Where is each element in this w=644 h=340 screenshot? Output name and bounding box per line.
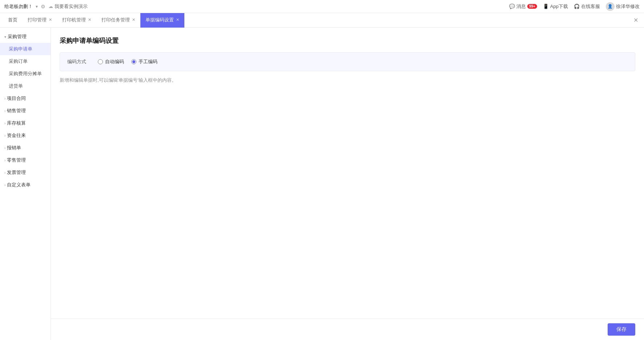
- demo-text: 我要看实例演示: [55, 3, 88, 10]
- online-service-button[interactable]: 🎧 在线客服: [574, 3, 600, 10]
- message-badge: 99+: [527, 4, 537, 9]
- sidebar-item-stock-in[interactable]: 进货单: [0, 80, 51, 92]
- content-footer: 保存: [51, 319, 644, 340]
- dropdown-arrow-icon[interactable]: ▾: [36, 4, 38, 9]
- hint-text: 新增和编辑单据时,可以编辑'单据编号'输入框中的内容。: [60, 77, 635, 84]
- tab-printer-mgmt-label: 打印机管理: [62, 17, 86, 23]
- radio-manual-code-input[interactable]: [131, 59, 136, 64]
- sidebar-group-purchase-mgmt[interactable]: ▾ 采购管理: [0, 31, 51, 43]
- sidebar-group-retail-mgmt-label: 零售管理: [7, 157, 26, 163]
- content-area: 采购申请单编码设置 编码方式 自动编码 手工编码: [51, 28, 644, 340]
- sidebar-group-capital-label: 资金往来: [7, 132, 26, 139]
- sidebar-group-purchase-mgmt-label: 采购管理: [8, 33, 27, 40]
- sidebar-group-custom-forms-label: 自定义表单: [7, 182, 31, 188]
- sidebar-group-returns-label: 报销单: [7, 145, 21, 151]
- demo-link[interactable]: ☁ 我要看实例演示: [48, 3, 88, 10]
- user-menu[interactable]: 👤 徐泽华修改: [606, 2, 640, 11]
- sidebar-group-retail-mgmt[interactable]: › 零售管理: [0, 154, 51, 166]
- message-button[interactable]: 💬 消息 99+: [509, 3, 537, 10]
- radio-auto-code-input[interactable]: [98, 59, 103, 64]
- coding-method-label: 编码方式: [67, 58, 86, 65]
- tab-print-mgmt[interactable]: 打印管理 ✕: [23, 13, 57, 28]
- settings-row: 编码方式 自动编码 手工编码: [67, 58, 628, 65]
- sidebar: ▾ 采购管理 采购申请单 采购订单 采购费用分摊单 进货单 › 项目合同 › 销…: [0, 28, 51, 340]
- main-layout: ▾ 采购管理 采购申请单 采购订单 采购费用分摊单 进货单 › 项目合同 › 销…: [0, 28, 644, 340]
- tab-home-label: 首页: [8, 17, 17, 23]
- gear-icon[interactable]: ⚙: [41, 4, 45, 9]
- sidebar-group-returns[interactable]: › 报销单: [0, 142, 51, 154]
- avatar: 👤: [606, 2, 615, 11]
- radio-auto-code[interactable]: 自动编码: [98, 58, 124, 65]
- top-bar-title: 给老板勿删！: [4, 3, 33, 10]
- chevron-right-icon-2: ›: [4, 109, 5, 113]
- cloud-icon: ☁: [48, 4, 53, 9]
- tab-barcode-settings-close[interactable]: ✕: [176, 17, 179, 22]
- tab-printer-mgmt[interactable]: 打印机管理 ✕: [57, 13, 96, 28]
- headset-icon: 🎧: [574, 4, 580, 9]
- tab-print-mgmt-label: 打印管理: [28, 17, 47, 23]
- chevron-right-icon-4: ›: [4, 134, 5, 138]
- radio-auto-code-label: 自动编码: [105, 58, 124, 65]
- tab-print-task-mgmt-label: 打印任务管理: [101, 17, 130, 23]
- tab-bar-close-all[interactable]: ✕: [631, 17, 641, 24]
- chevron-right-icon-7: ›: [4, 171, 5, 175]
- sidebar-group-invoice-mgmt[interactable]: › 发票管理: [0, 166, 51, 179]
- tab-print-mgmt-close[interactable]: ✕: [49, 17, 52, 22]
- online-service-label: 在线客服: [581, 3, 600, 10]
- sidebar-item-purchase-request-label: 采购申请单: [9, 46, 32, 52]
- chevron-right-icon-8: ›: [4, 183, 5, 187]
- top-bar: 给老板勿删！ ▾ ⚙ ☁ 我要看实例演示 💬 消息 99+ 📱 App下载 🎧 …: [0, 0, 644, 13]
- sidebar-group-inventory[interactable]: › 库存核算: [0, 117, 51, 129]
- chevron-right-icon-6: ›: [4, 158, 5, 162]
- sidebar-group-invoice-mgmt-label: 发票管理: [7, 169, 26, 176]
- chevron-down-icon: ▾: [4, 35, 6, 39]
- message-label: 消息: [516, 3, 526, 10]
- sidebar-item-stock-in-label: 进货单: [9, 83, 23, 89]
- sidebar-group-sales-mgmt[interactable]: › 销售管理: [0, 105, 51, 117]
- sidebar-item-purchase-request[interactable]: 采购申请单: [0, 43, 51, 55]
- sidebar-item-purchase-order[interactable]: 采购订单: [0, 55, 51, 68]
- sidebar-group-inventory-label: 库存核算: [7, 120, 26, 126]
- top-bar-left: 给老板勿删！ ▾ ⚙ ☁ 我要看实例演示: [4, 3, 88, 10]
- user-name: 徐泽华修改: [616, 3, 640, 10]
- save-button[interactable]: 保存: [608, 323, 635, 336]
- sidebar-item-purchase-expense[interactable]: 采购费用分摊单: [0, 68, 51, 80]
- tab-barcode-settings[interactable]: 单据编码设置 ✕: [140, 13, 184, 28]
- settings-panel: 编码方式 自动编码 手工编码: [60, 52, 635, 71]
- sidebar-group-capital[interactable]: › 资金往来: [0, 129, 51, 142]
- sidebar-group-project-contract-label: 项目合同: [7, 95, 26, 102]
- tab-printer-mgmt-close[interactable]: ✕: [88, 17, 91, 22]
- tab-bar: 首页 打印管理 ✕ 打印机管理 ✕ 打印任务管理 ✕ 单据编码设置 ✕ ✕: [0, 13, 644, 28]
- tab-print-task-mgmt-close[interactable]: ✕: [132, 17, 135, 22]
- app-download-button[interactable]: 📱 App下载: [543, 3, 568, 10]
- message-icon: 💬: [509, 4, 515, 9]
- app-download-label: App下载: [550, 3, 568, 10]
- sidebar-item-purchase-order-label: 采购订单: [9, 58, 28, 64]
- top-bar-right: 💬 消息 99+ 📱 App下载 🎧 在线客服 👤 徐泽华修改: [509, 2, 640, 11]
- radio-manual-code-label: 手工编码: [139, 58, 157, 65]
- sidebar-item-purchase-expense-label: 采购费用分摊单: [9, 71, 42, 76]
- chevron-right-icon-5: ›: [4, 146, 5, 150]
- sidebar-group-project-contract[interactable]: › 项目合同: [0, 92, 51, 105]
- sidebar-group-custom-forms[interactable]: › 自定义表单: [0, 179, 51, 191]
- sidebar-group-sales-mgmt-label: 销售管理: [7, 108, 26, 114]
- tab-barcode-settings-label: 单据编码设置: [145, 17, 174, 23]
- chevron-right-icon: ›: [4, 97, 5, 101]
- chevron-right-icon-3: ›: [4, 121, 5, 125]
- page-title: 采购申请单编码设置: [60, 36, 635, 45]
- tab-print-task-mgmt[interactable]: 打印任务管理 ✕: [96, 13, 140, 28]
- content-body: 采购申请单编码设置 编码方式 自动编码 手工编码: [51, 28, 644, 319]
- download-icon: 📱: [543, 4, 549, 9]
- radio-manual-code[interactable]: 手工编码: [131, 58, 157, 65]
- tab-home[interactable]: 首页: [3, 13, 23, 28]
- radio-group-coding-method: 自动编码 手工编码: [98, 58, 157, 65]
